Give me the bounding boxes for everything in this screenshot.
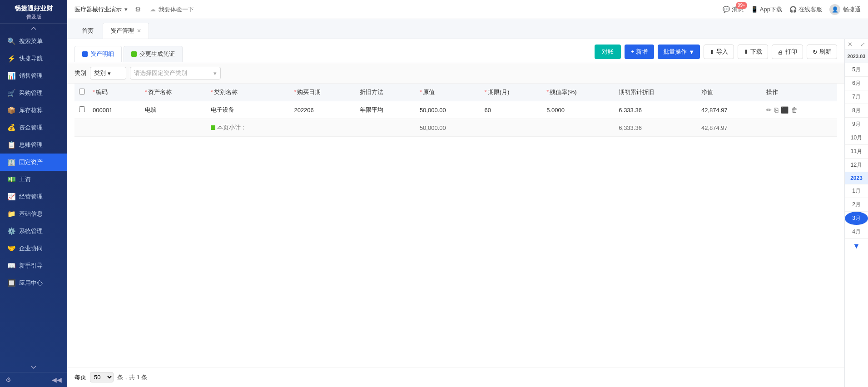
tab-home[interactable]: 首页	[74, 23, 101, 39]
sidebar-item-inventory[interactable]: 📦 库存核算	[0, 102, 67, 119]
experience-btn[interactable]: ☁ 我要体验一下	[150, 5, 194, 14]
sidebar-item-system[interactable]: ⚙️ 系统管理	[0, 223, 67, 240]
calendar-down-btn[interactable]: ▼	[851, 241, 862, 252]
reconcile-button[interactable]: 对账	[595, 45, 621, 59]
subtotal-empty-check	[74, 119, 89, 137]
row-actions: ✏ ⎘ ⬛ 🗑	[763, 101, 837, 119]
sidebar-item-label: 经营管理	[19, 193, 43, 201]
subtabs: 资产明细 变更生成凭证 对账 + 新增 批量操作 ▼ ⬆ 导入	[67, 39, 844, 63]
calendar-month-6[interactable]: 6月	[845, 77, 868, 90]
calendar-month-12[interactable]: 12月	[845, 159, 868, 172]
calendar-month-1[interactable]: 1月	[845, 184, 868, 198]
company-selector[interactable]: 医疗器械行业演示 ▾	[74, 5, 128, 14]
calendar-month-3-active[interactable]: 3月	[845, 212, 868, 225]
tabbar: 首页 资产管理 ✕	[67, 19, 868, 39]
logo-text: 畅捷通好业财	[15, 5, 53, 13]
category-filter-select[interactable]: 请选择固定资产类别 ▾	[130, 67, 221, 79]
th-code: *编码	[89, 84, 141, 101]
per-page-select[interactable]: 50 100	[90, 372, 114, 382]
row-checkbox[interactable]	[79, 106, 85, 112]
th-net-value: 净值	[698, 84, 763, 101]
sidebar-item-quick-nav[interactable]: ⚡ 快捷导航	[0, 50, 67, 67]
row-code: 000001	[89, 101, 141, 119]
sidebar-item-basic-info[interactable]: 📁 基础信息	[0, 205, 67, 223]
messages-btn[interactable]: 💬 消息 99+	[723, 5, 744, 14]
import-icon: ⬆	[709, 49, 714, 55]
th-purchase-date: *购买日期	[290, 84, 356, 101]
calendar-month-9[interactable]: 9月	[845, 118, 868, 131]
calendar-expand-icon[interactable]: ⤢	[860, 41, 865, 48]
calendar-close-row: ✕ ⤢	[845, 39, 868, 50]
subtab-asset-detail-label: 资产明细	[90, 50, 114, 58]
edit-icon[interactable]: ✏	[766, 106, 772, 114]
calendar-year-month: 2023.03	[845, 50, 868, 63]
download-button[interactable]: ⬇ 下载	[738, 45, 768, 59]
category-type-select[interactable]: 类别 ▾	[90, 67, 126, 79]
user-menu[interactable]: 👤 畅捷通	[829, 4, 861, 15]
experience-label: 我要体验一下	[159, 5, 194, 14]
settings-icon[interactable]: ⚙	[5, 376, 11, 383]
download-icon: ⬇	[744, 49, 749, 55]
sidebar-item-sales[interactable]: 📊 销售管理	[0, 67, 67, 84]
sidebar-item-payroll[interactable]: 💵 工资	[0, 171, 67, 188]
avatar: 👤	[829, 4, 840, 15]
collapse-icon[interactable]: ◀◀	[52, 376, 62, 383]
calendar-month-2[interactable]: 2月	[845, 198, 868, 212]
batch-button[interactable]: 批量操作 ▼	[658, 45, 700, 59]
more-icon[interactable]: ⬛	[781, 106, 789, 114]
subtab-asset-detail[interactable]: 资产明细	[74, 46, 122, 62]
refresh-label: 刷新	[819, 48, 831, 56]
subtotal-net-value: 42,874.97	[698, 119, 763, 137]
sidebar-item-ledger[interactable]: 📋 总账管理	[0, 136, 67, 154]
topbar: 医疗器械行业演示 ▾ ⚙ ☁ 我要体验一下 💬 消息 99+ 📱 App下载 🎧…	[67, 0, 868, 19]
subtotal-icon	[211, 125, 215, 130]
sidebar-item-operations[interactable]: 📈 经营管理	[0, 188, 67, 205]
calendar-month-8[interactable]: 8月	[845, 104, 868, 118]
handshake-icon: 🤝	[7, 244, 15, 253]
import-button[interactable]: ⬆ 导入	[704, 45, 734, 59]
online-service-btn[interactable]: 🎧 在线客服	[789, 5, 822, 14]
calendar-month-4[interactable]: 4月	[845, 225, 868, 239]
filter-row: 类别 类别 ▾ 请选择固定资产类别 ▾	[67, 63, 844, 84]
calendar-month-11[interactable]: 11月	[845, 145, 868, 159]
add-button[interactable]: + 新增	[625, 45, 654, 59]
headset-icon: 🎧	[789, 6, 797, 13]
select-all-checkbox[interactable]	[79, 89, 85, 94]
sidebar-item-enterprise[interactable]: 🤝 企业协同	[0, 240, 67, 257]
company-settings-icon[interactable]: ⚙	[135, 5, 141, 14]
th-accum-depreciation: 期初累计折旧	[615, 84, 698, 101]
sidebar-item-purchase[interactable]: 🛒 采购管理	[0, 84, 67, 102]
th-name: *资产名称	[141, 84, 207, 101]
tab-close-icon[interactable]: ✕	[137, 28, 141, 34]
tab-asset-mgmt[interactable]: 资产管理 ✕	[103, 23, 149, 39]
calendar-nav: ▼	[845, 239, 868, 253]
print-button[interactable]: 🖨 打印	[772, 45, 803, 59]
row-original-value: 50,000.00	[416, 101, 481, 119]
calendar-month-5[interactable]: 5月	[845, 63, 868, 77]
sidebar-item-search[interactable]: 🔍 搜索菜单	[0, 33, 67, 50]
download-icon: 📱	[751, 6, 758, 13]
sidebar-item-guide[interactable]: 📖 新手引导	[0, 257, 67, 274]
calendar-month-7[interactable]: 7月	[845, 90, 868, 104]
calendar-close-icon[interactable]: ✕	[848, 41, 853, 48]
sidebar-item-app-center[interactable]: 🔲 应用中心	[0, 274, 67, 292]
sidebar-item-fixed-assets[interactable]: 🏢 固定资产	[0, 154, 67, 171]
content-main: 资产明细 变更生成凭证 对账 + 新增 批量操作 ▼ ⬆ 导入	[67, 39, 844, 387]
sidebar-scroll-down[interactable]	[0, 363, 67, 372]
delete-icon[interactable]: 🗑	[791, 106, 798, 114]
refresh-button[interactable]: ↻ 刷新	[807, 45, 837, 59]
sidebar-item-label: 采购管理	[19, 89, 43, 97]
th-actions: 操作	[763, 84, 837, 101]
subtab-change-voucher[interactable]: 变更生成凭证	[124, 46, 183, 62]
app-download-btn[interactable]: 📱 App下载	[751, 5, 782, 14]
row-accum-depreciation: 6,333.36	[615, 101, 698, 119]
change-voucher-icon	[131, 51, 137, 57]
sidebar-scroll-up[interactable]	[0, 24, 67, 33]
calendar-month-10[interactable]: 10月	[845, 131, 868, 145]
lightning-icon: ⚡	[7, 55, 15, 63]
sidebar-item-funds[interactable]: 💰 资金管理	[0, 119, 67, 136]
grid-icon: 🔲	[7, 279, 15, 287]
category-caret-icon: ▾	[213, 70, 217, 77]
sidebar-item-label: 应用中心	[19, 279, 43, 287]
copy-icon[interactable]: ⎘	[774, 106, 778, 114]
